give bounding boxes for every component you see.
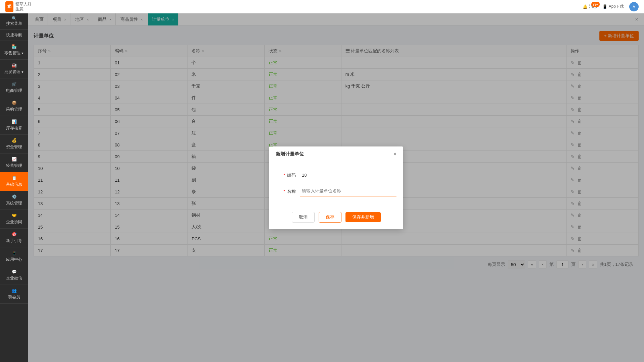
search-label: 搜索菜单 bbox=[3, 21, 25, 26]
partner-icon: 🤝 bbox=[12, 213, 17, 218]
avatar[interactable]: A bbox=[629, 2, 639, 11]
logo-text: 稻草人好生意 bbox=[15, 2, 34, 11]
modal-close-btn[interactable]: × bbox=[393, 151, 396, 157]
enterprise-icon: 💬 bbox=[12, 269, 17, 274]
sidebar-item-finance[interactable]: 💰 资金管理 bbox=[0, 135, 28, 154]
app-icon: 📱 bbox=[12, 251, 17, 255]
save-and-add-button[interactable]: 保存并新增 bbox=[345, 212, 381, 222]
members-icon: 👥 bbox=[12, 288, 17, 293]
partner-label: 企业协同 bbox=[6, 219, 22, 225]
app-label: 应用中心 bbox=[6, 257, 22, 262]
sidebar-item-purchase[interactable]: 📦 采购管理 bbox=[0, 97, 28, 116]
members-label: 嗨会员 bbox=[8, 294, 20, 300]
save-button[interactable]: 保存 bbox=[319, 212, 341, 223]
ecommerce-icon: 🛒 bbox=[12, 82, 17, 86]
ecommerce-label: 电商管理 bbox=[6, 88, 22, 94]
inventory-label: 库存核算 bbox=[6, 125, 22, 131]
sidebar-item-wholesale[interactable]: 🏭 批发管理 ▼ bbox=[0, 60, 28, 78]
purchase-icon: 📦 bbox=[12, 101, 17, 105]
wholesale-icon: 🏭 bbox=[12, 63, 17, 68]
finance-label: 资金管理 bbox=[6, 144, 22, 150]
sidebar: 🔍 搜索菜单 快捷导航 🏪 零售管理 ▼ 🏭 批发管理 ▼ 🛒 电商管理 📦 bbox=[0, 13, 28, 362]
finance-icon: 💰 bbox=[12, 138, 17, 143]
sidebar-item-app[interactable]: 📱 应用中心 bbox=[0, 247, 28, 266]
sidebar-search[interactable]: 🔍 搜索菜单 bbox=[0, 13, 28, 29]
code-field-row: * 编码 bbox=[276, 170, 396, 180]
modal-header: 新增计量单位 × bbox=[269, 146, 403, 162]
sidebar-item-operations[interactable]: 📈 经营管理 bbox=[0, 154, 28, 172]
notification-badge: 99+ bbox=[591, 2, 600, 7]
modal-title: 新增计量单位 bbox=[276, 151, 304, 157]
purchase-label: 采购管理 bbox=[6, 107, 22, 112]
code-input[interactable] bbox=[300, 170, 396, 180]
logo-icon: 稻 bbox=[5, 1, 13, 12]
app-download-label: App下载 bbox=[609, 4, 624, 9]
guide-icon: 🎯 bbox=[12, 232, 17, 237]
cancel-button[interactable]: 取消 bbox=[292, 212, 315, 223]
code-label: * 编码 bbox=[276, 172, 296, 178]
sidebar-item-basic[interactable]: 📋 基础信息 bbox=[0, 172, 28, 191]
app-download-btn[interactable]: 📱 App下载 bbox=[602, 4, 624, 9]
top-header: 稻 稻草人好生意 🔔 消息 99+ 📱 App下载 A bbox=[0, 0, 644, 13]
enterprise-label: 企业微信 bbox=[6, 276, 22, 281]
add-unit-modal: 新增计量单位 × * 编码 * 名称 取消 保存 保存并新增 bbox=[269, 146, 403, 229]
sidebar-item-enterprise[interactable]: 💬 企业微信 bbox=[0, 266, 28, 285]
system-label: 系统管理 bbox=[6, 200, 22, 206]
modal-overlay: 新增计量单位 × * 编码 * 名称 取消 保存 保存并新增 bbox=[28, 13, 644, 362]
header-right: 🔔 消息 99+ 📱 App下载 A bbox=[583, 2, 639, 11]
bell-icon: 🔔 bbox=[583, 4, 588, 9]
quick-nav[interactable]: 快捷导航 bbox=[0, 29, 28, 41]
search-icon: 🔍 bbox=[3, 16, 25, 21]
guide-label: 新手引导 bbox=[6, 238, 22, 244]
chevron-down-icon2: ▼ bbox=[21, 70, 24, 74]
quick-nav-label: 快捷导航 bbox=[6, 33, 22, 37]
name-input[interactable] bbox=[300, 186, 396, 196]
sidebar-item-retail[interactable]: 🏪 零售管理 ▼ bbox=[0, 41, 28, 60]
notification-btn[interactable]: 🔔 消息 99+ bbox=[583, 4, 597, 9]
inventory-icon: 📊 bbox=[12, 119, 17, 124]
retail-label: 零售管理 bbox=[4, 50, 20, 56]
sidebar-item-inventory[interactable]: 📊 库存核算 bbox=[0, 116, 28, 135]
mobile-icon: 📱 bbox=[602, 4, 607, 9]
logo-area: 稻 稻草人好生意 bbox=[5, 1, 34, 12]
sidebar-item-members[interactable]: 👥 嗨会员 bbox=[0, 285, 28, 304]
modal-footer: 取消 保存 保存并新增 bbox=[269, 208, 403, 229]
wholesale-label: 批发管理 bbox=[4, 69, 20, 75]
modal-body: * 编码 * 名称 bbox=[269, 162, 403, 208]
sidebar-item-guide[interactable]: 🎯 新手引导 bbox=[0, 229, 28, 247]
sidebar-item-system[interactable]: ⚙️ 系统管理 bbox=[0, 191, 28, 210]
basic-label: 基础信息 bbox=[6, 182, 22, 187]
name-field-row: * 名称 bbox=[276, 186, 396, 196]
operations-icon: 📈 bbox=[12, 157, 17, 162]
chevron-down-icon: ▼ bbox=[21, 52, 24, 55]
operations-label: 经营管理 bbox=[6, 163, 22, 169]
sidebar-item-partner[interactable]: 🤝 企业协同 bbox=[0, 210, 28, 229]
retail-icon: 🏪 bbox=[12, 44, 17, 49]
sidebar-item-ecommerce[interactable]: 🛒 电商管理 bbox=[0, 78, 28, 97]
name-label: * 名称 bbox=[276, 188, 296, 194]
basic-icon: 📋 bbox=[12, 176, 17, 180]
system-icon: ⚙️ bbox=[12, 194, 17, 199]
